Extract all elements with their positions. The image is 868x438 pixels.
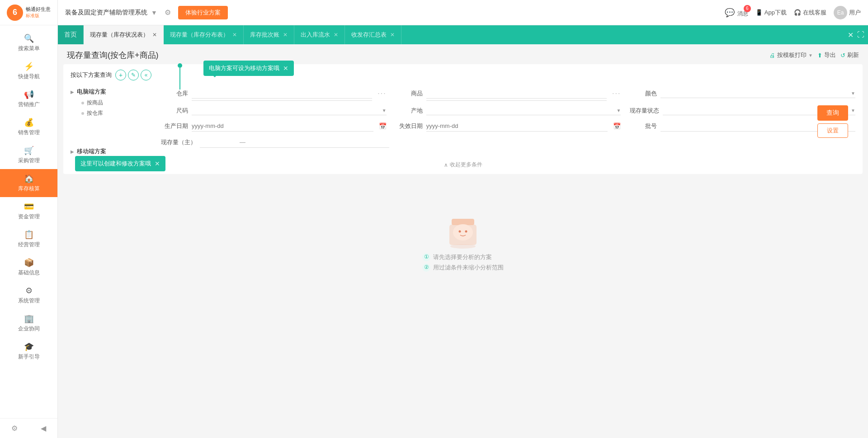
sidebar-item-system[interactable]: ⚙系统管理: [0, 281, 57, 309]
scheme-sub-by-warehouse[interactable]: 按仓库: [71, 108, 152, 118]
empty-hint-1: ① 请先选择要分析的方案: [422, 252, 504, 262]
sidebar-item-inventory[interactable]: 🏠库存核算: [0, 169, 57, 197]
refresh-icon: ↺: [840, 52, 845, 59]
tab-inventory-dist[interactable]: 现存量（库存分布表）✕: [164, 25, 244, 44]
sidebar-item-marketing[interactable]: 📢营销推广: [0, 85, 57, 113]
phone-icon: 📱: [755, 9, 763, 16]
svg-point-5: [450, 244, 476, 249]
product-label: 商品: [396, 89, 423, 98]
logo-text: 畅通好生意 标准版: [26, 6, 51, 19]
sidebar-item-purchase[interactable]: 🛒采购管理: [0, 141, 57, 169]
sidebar-item-basic[interactable]: 📦基础信息: [0, 253, 57, 281]
tab-close-receive-dispatch[interactable]: ✕: [390, 32, 395, 38]
tooltip1-close-btn[interactable]: ✕: [283, 65, 288, 72]
sidebar-label-purchase: 采购管理: [18, 157, 40, 165]
user-area[interactable]: Ea 用户: [834, 6, 861, 19]
edit-scheme-btn[interactable]: ✎: [128, 70, 139, 80]
collapse-bar: ∧ 收起更多条件: [71, 161, 855, 169]
tab-home[interactable]: 首页: [58, 25, 84, 44]
tab-receive-dispatch[interactable]: 收发存汇总表✕: [345, 25, 401, 44]
header-settings-icon[interactable]: ⚙: [165, 8, 171, 17]
tooltip2-close-btn[interactable]: ✕: [155, 160, 160, 167]
collapse-btn[interactable]: ∧ 收起更多条件: [444, 161, 482, 169]
sidebar-label-nav: 快捷导航: [18, 73, 40, 80]
svg-point-4: [465, 231, 467, 233]
tab-inventory-status[interactable]: 现存量（库存状况表）✕: [84, 25, 164, 44]
product-dots[interactable]: ···: [612, 89, 621, 98]
sidebar-item-finance[interactable]: 💳资金管理: [0, 197, 57, 225]
tab-label-receive-dispatch: 收发存汇总表: [351, 31, 387, 39]
warehouse-input[interactable]: [192, 88, 372, 99]
filter-warehouse: 仓库 ···: [161, 86, 387, 101]
logo-icon: 6: [7, 5, 23, 21]
filter-row-2: 尺码 ▼ 产地 ▼ 现存量状态: [161, 106, 855, 115]
production-date-calendar-icon[interactable]: 📅: [379, 122, 387, 130]
desktop-scheme-item[interactable]: ▶ 电脑端方案: [71, 86, 152, 98]
tab-close-inventory-status[interactable]: ✕: [152, 32, 157, 38]
connector-dot: [178, 63, 182, 68]
industry-btn[interactable]: 体验行业方案: [178, 6, 228, 19]
print-btn[interactable]: 🖨 按模板打印 ▼: [769, 51, 813, 59]
page-title: 现存量查询(按仓库+商品): [67, 50, 159, 61]
sidebar-item-sales[interactable]: 💰销售管理: [0, 113, 57, 141]
filter-origin: 产地 ▼: [396, 106, 621, 115]
warehouse-dots[interactable]: ···: [377, 89, 386, 98]
print-icon: 🖨: [769, 52, 775, 59]
sidebar-label-enterprise: 企业协同: [18, 325, 40, 333]
sidebar-label-sales: 销售管理: [18, 129, 40, 137]
sidebar-label-basic: 基础信息: [18, 269, 40, 277]
tab-batch-account[interactable]: 库存批次账✕: [244, 25, 294, 44]
collapse-sidebar-icon[interactable]: ◀: [41, 424, 46, 433]
online-support-btn[interactable]: 🎧 在线客服: [794, 9, 826, 17]
stock-main-from-input[interactable]: [200, 137, 236, 147]
query-btn[interactable]: 查询: [817, 105, 848, 121]
tab-close-batch-account[interactable]: ✕: [283, 32, 288, 38]
range-between: —: [238, 139, 247, 146]
empty-hint-2: ② 用过滤条件来缩小分析范围: [422, 262, 504, 273]
main-content: 现存量查询(按仓库+商品) 🖨 按模板打印 ▼ ⬆ 导出 ↺ 刷新 按以下方案查…: [58, 44, 868, 438]
scheme-sub-by-product[interactable]: 按商品: [71, 98, 152, 108]
sidebar-item-operation[interactable]: 📋经营管理: [0, 225, 57, 253]
sidebar-item-guide[interactable]: 🎓新手引导: [0, 337, 57, 365]
sidebar-item-search[interactable]: 🔍搜索菜单: [0, 29, 57, 57]
warehouse-label: 仓库: [161, 89, 188, 98]
connector-line: [179, 68, 180, 89]
expiry-date-calendar-icon[interactable]: 📅: [613, 122, 621, 130]
notification-btn[interactable]: 💬 6 消息: [725, 8, 748, 18]
expand-icon[interactable]: ⛶: [857, 31, 864, 39]
svg-point-2: [453, 224, 473, 240]
close-all-tabs-icon[interactable]: ✕: [848, 31, 854, 39]
tooltip-create-scheme: 这里可以创建和修改方案哦 ✕: [75, 156, 165, 171]
nav-back-btn[interactable]: «: [141, 70, 151, 80]
product-input[interactable]: [426, 88, 607, 99]
origin-label: 产地: [396, 107, 423, 115]
tab-close-in-out-flow[interactable]: ✕: [334, 32, 338, 38]
expiry-date-input[interactable]: [426, 121, 608, 132]
sidebar-item-nav[interactable]: ⚡快捷导航: [0, 57, 57, 85]
system-select-icon[interactable]: ▼: [151, 9, 157, 16]
empty-text-block: ① 请先选择要分析的方案 ② 用过滤条件来缩小分析范围: [422, 252, 504, 273]
avatar: Ea: [834, 6, 847, 19]
scheme-panel: ▶ 电脑端方案 按商品 按仓库 这里可以创建和修改方案哦 ✕ ▶: [71, 86, 152, 157]
sidebar-item-enterprise[interactable]: 🏢企业协同: [0, 309, 57, 337]
tab-close-inventory-dist[interactable]: ✕: [232, 32, 237, 38]
set-btn[interactable]: 设置: [817, 123, 848, 138]
settings-icon[interactable]: ⚙: [11, 424, 18, 433]
logo: 6 畅通好生意 标准版: [0, 0, 57, 25]
refresh-btn[interactable]: ↺ 刷新: [840, 51, 859, 59]
mobile-arrow-icon: ▶: [71, 149, 74, 154]
filter-fields: 仓库 ··· 商品 ··· 颜色: [161, 86, 855, 157]
add-scheme-btn[interactable]: +: [115, 70, 126, 80]
sidebar: 6 畅通好生意 标准版 🔍搜索菜单⚡快捷导航📢营销推广💰销售管理🛒采购管理🏠库存…: [0, 0, 58, 438]
export-btn[interactable]: ⬆ 导出: [817, 51, 836, 59]
filter-size: 尺码 ▼: [161, 106, 387, 115]
svg-rect-1: [452, 219, 474, 225]
tab-in-out-flow[interactable]: 出入库流水✕: [294, 25, 345, 44]
tab-bar-end: ✕ ⛶: [848, 31, 868, 39]
marketing-icon: 📢: [24, 89, 34, 99]
production-date-input[interactable]: [192, 121, 373, 132]
stock-main-to-input[interactable]: [249, 137, 285, 147]
dot-connector: [178, 63, 182, 89]
guide-icon: 🎓: [24, 342, 34, 352]
app-download-btn[interactable]: 📱 App下载: [755, 9, 787, 17]
